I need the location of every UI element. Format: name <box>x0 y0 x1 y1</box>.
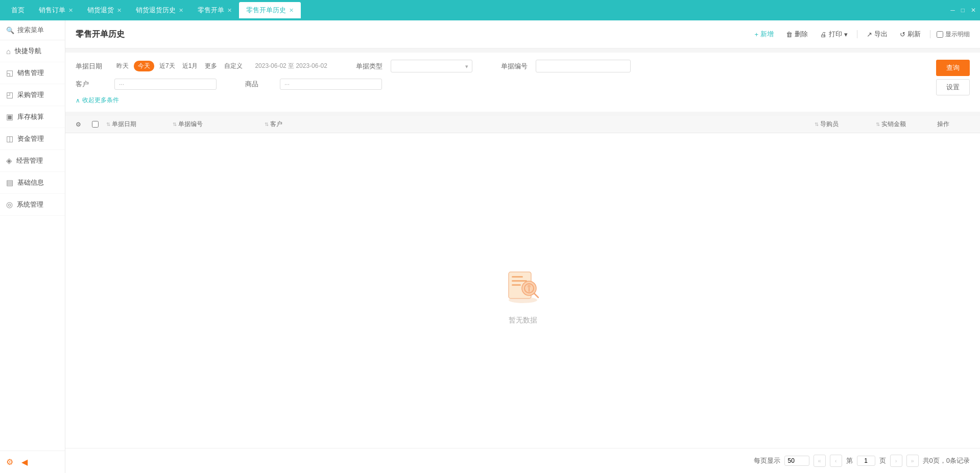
sidebar-search[interactable]: 🔍 搜索菜单 <box>0 20 65 40</box>
page-title: 零售开单历史 <box>76 29 125 47</box>
print-button[interactable]: 🖨 打印 ▾ <box>817 28 851 41</box>
doc-num-input[interactable] <box>536 60 631 72</box>
tab-retail-history-close[interactable]: ✕ <box>289 7 294 14</box>
date-last-month[interactable]: 近1月 <box>180 61 200 71</box>
sort-icon-amount: ⇅ <box>876 121 880 127</box>
last-page-button[interactable]: » <box>906 455 919 467</box>
sidebar-item-quick-nav[interactable]: ⌂ 快捷导航 <box>0 40 65 62</box>
filter-area: 单据日期 昨天 今天 近7天 近1月 更多 自定义 2023-06-02 至 2… <box>65 53 980 112</box>
page-header: 零售开单历史 + 新增 🗑 删除 🖨 打印 ▾ ↗ <box>65 20 980 48</box>
add-icon: + <box>754 31 758 38</box>
per-page-select[interactable]: 50 10 20 100 <box>784 456 809 466</box>
toolbar-divider-2 <box>930 30 930 38</box>
finance-icon: ◫ <box>6 134 13 143</box>
sidebar-bottom: ⚙ ◀ <box>0 451 65 473</box>
goods-ellipsis: ··· <box>284 81 290 88</box>
refresh-label: 刷新 <box>907 30 921 39</box>
filter-settings-button[interactable]: 设置 <box>936 79 970 95</box>
sidebar-item-quick-nav-label: 快捷导航 <box>15 46 41 56</box>
main-layout: 🔍 搜索菜单 ⌂ 快捷导航 ◱ 销售管理 ◰ 采购管理 ▣ 库存核算 ◫ 资金管… <box>0 20 980 473</box>
tab-sales-order[interactable]: 销售订单 ✕ <box>32 2 80 18</box>
svg-point-8 <box>528 285 531 288</box>
refresh-icon: ↺ <box>900 31 905 38</box>
sidebar-item-finance-label: 资金管理 <box>17 134 44 143</box>
export-button[interactable]: ↗ 导出 <box>864 28 891 41</box>
toolbar-divider-1 <box>857 30 857 38</box>
svg-rect-3 <box>512 280 527 282</box>
show-detail-checkbox[interactable]: 显示明细 <box>937 30 970 39</box>
col-checkbox[interactable] <box>88 121 102 128</box>
collapse-filter-btn[interactable]: ∧ 收起更多条件 <box>76 96 970 105</box>
col-num[interactable]: ⇅ 单据编号 <box>169 120 260 129</box>
page-number-input[interactable] <box>857 456 875 466</box>
tab-sales-return-close[interactable]: ✕ <box>117 7 122 14</box>
sidebar-item-operations[interactable]: ◈ 经营管理 <box>0 150 65 172</box>
col-amount[interactable]: ⇅ 实销金额 <box>872 120 933 129</box>
toolbar: + 新增 🗑 删除 🖨 打印 ▾ ↗ 导出 ↺ <box>751 28 970 48</box>
tab-retail-open-close[interactable]: ✕ <box>227 7 232 14</box>
col-customer[interactable]: ⇅ 客户 <box>260 120 810 129</box>
sidebar-search-label: 搜索菜单 <box>17 26 44 35</box>
col-guide[interactable]: ⇅ 导购员 <box>810 120 872 129</box>
doc-num-group: 单据编号 <box>501 60 631 72</box>
select-all-checkbox[interactable] <box>92 121 99 128</box>
doc-type-select[interactable] <box>391 60 472 72</box>
window-maximize-icon[interactable]: □ <box>961 7 965 14</box>
date-last7[interactable]: 近7天 <box>157 61 177 71</box>
tab-home[interactable]: 首页 <box>4 2 32 18</box>
filter-row-2: 客户 ··· 商品 ··· <box>76 79 970 90</box>
col-num-label: 单据编号 <box>178 120 203 129</box>
tab-retail-open[interactable]: 零售开单 ✕ <box>190 2 239 18</box>
add-button[interactable]: + 新增 <box>751 28 777 41</box>
col-settings[interactable]: ⚙ <box>71 121 88 128</box>
goods-input-wrap[interactable]: ··· <box>280 79 382 90</box>
window-close-icon[interactable]: ✕ <box>971 7 976 14</box>
tab-sales-return[interactable]: 销货退货 ✕ <box>80 2 129 18</box>
collapse-sidebar-icon[interactable]: ◀ <box>21 457 28 467</box>
sidebar-item-inventory[interactable]: ▣ 库存核算 <box>0 106 65 128</box>
print-icon: 🖨 <box>820 31 827 38</box>
first-page-button[interactable]: « <box>814 455 826 467</box>
col-amount-label: 实销金额 <box>881 120 906 129</box>
sort-icon-guide: ⇅ <box>815 121 819 127</box>
col-guide-label: 导购员 <box>820 120 839 129</box>
col-customer-label: 客户 <box>270 120 282 129</box>
date-custom[interactable]: 自定义 <box>222 61 245 71</box>
date-range-display: 2023-06-02 至 2023-06-02 <box>255 62 327 70</box>
sidebar-item-sales-mgmt[interactable]: ◱ 销售管理 <box>0 62 65 84</box>
refresh-button[interactable]: ↺ 刷新 <box>897 28 924 41</box>
query-button[interactable]: 查询 <box>936 60 970 76</box>
col-date[interactable]: ⇅ 单据日期 <box>102 120 169 129</box>
sidebar-item-system-label: 系统管理 <box>17 200 43 209</box>
sidebar-item-purchase-mgmt[interactable]: ◰ 采购管理 <box>0 84 65 106</box>
system-icon: ◎ <box>6 200 13 209</box>
sidebar-item-finance[interactable]: ◫ 资金管理 <box>0 128 65 150</box>
sidebar-item-basic-info[interactable]: ▤ 基础信息 <box>0 172 65 194</box>
table-header: ⚙ ⇅ 单据日期 ⇅ 单据编号 ⇅ 客户 ⇅ <box>65 116 980 133</box>
table-settings-icon[interactable]: ⚙ <box>76 121 81 128</box>
top-tabbar: 首页 销售订单 ✕ 销货退货 ✕ 销货退货历史 ✕ 零售开单 ✕ 零售开单历史 … <box>0 0 980 20</box>
tab-sales-return-history[interactable]: 销货退货历史 ✕ <box>129 2 190 18</box>
show-detail-label: 显示明细 <box>945 30 970 39</box>
goods-label: 商品 <box>245 80 276 89</box>
date-shortcut-group: 昨天 今天 近7天 近1月 更多 自定义 <box>114 61 245 71</box>
delete-button[interactable]: 🗑 删除 <box>783 28 811 41</box>
show-detail-input[interactable] <box>937 31 943 38</box>
goods-group: 商品 ··· <box>245 79 382 90</box>
tab-sales-order-close[interactable]: ✕ <box>68 7 73 14</box>
col-date-label: 单据日期 <box>112 120 136 129</box>
next-page-button[interactable]: › <box>890 455 902 467</box>
sidebar-item-system[interactable]: ◎ 系统管理 <box>0 194 65 216</box>
customer-input-wrap[interactable]: ··· <box>114 79 217 90</box>
prev-page-button[interactable]: ‹ <box>830 455 842 467</box>
date-yesterday[interactable]: 昨天 <box>114 61 131 71</box>
svg-rect-4 <box>512 284 521 286</box>
tab-sales-return-history-close[interactable]: ✕ <box>179 7 183 14</box>
collapse-label: 收起更多条件 <box>82 96 119 105</box>
date-more[interactable]: 更多 <box>203 61 219 71</box>
window-minimize-icon[interactable]: ─ <box>950 7 955 14</box>
settings-bottom-icon[interactable]: ⚙ <box>6 457 13 467</box>
tab-retail-history[interactable]: 零售开单历史 ✕ <box>239 2 301 18</box>
date-today[interactable]: 今天 <box>134 61 154 71</box>
col-action: 操作 <box>933 120 974 129</box>
